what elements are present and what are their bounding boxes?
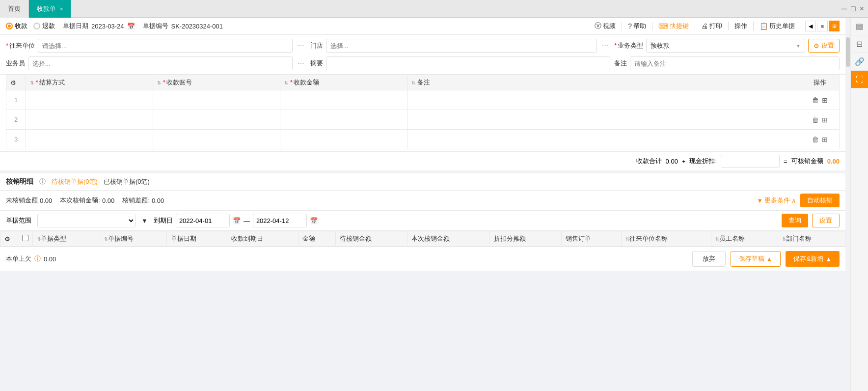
radio-tuikuan[interactable]: 退款 bbox=[33, 22, 55, 30]
btn-print[interactable]: 🖨 打印 bbox=[699, 21, 724, 31]
range-select[interactable] bbox=[37, 214, 136, 227]
scroll-thumb bbox=[846, 37, 850, 67]
biztype-field: 业务类型 预收款 ▼ ⚙ 设置 bbox=[614, 39, 840, 53]
btn-video[interactable]: ⓥ 视频 bbox=[593, 21, 618, 31]
right-panel-icon1[interactable]: ▤ bbox=[851, 18, 868, 35]
bottom-info-icon[interactable]: ⓘ bbox=[34, 254, 41, 263]
hexiao-info-icon[interactable]: ⓘ bbox=[39, 177, 46, 186]
tab-bar: 首页 收款单 × ─ □ × bbox=[0, 0, 868, 18]
staff-input[interactable] bbox=[28, 56, 293, 70]
stat3-label: 核销差额: bbox=[122, 196, 150, 205]
calendar-from-icon[interactable]: 📅 bbox=[233, 217, 241, 224]
sort-icon3: ⇅ bbox=[284, 80, 288, 85]
radio-shoukuan[interactable]: 收款 bbox=[6, 22, 27, 30]
staff-label: 业务员 bbox=[6, 59, 25, 68]
stat-unchecked: 未核销金额 0.00 bbox=[6, 196, 52, 205]
table-section: ⚙ ⇅ 结算方式 ⇅ 收款账号 ⇅ 收款金额 bbox=[0, 75, 845, 151]
settle-cell[interactable] bbox=[26, 90, 153, 110]
sum-value3: 0.00 bbox=[827, 158, 840, 165]
calendar-icon[interactable]: 📅 bbox=[127, 23, 135, 30]
filter-icon: ▼ bbox=[757, 197, 763, 204]
partner-more-btn[interactable]: ··· bbox=[296, 41, 306, 50]
amount-cell[interactable] bbox=[280, 110, 407, 130]
account-cell[interactable] bbox=[153, 90, 280, 110]
copy-icon[interactable]: ⊞ bbox=[822, 96, 828, 104]
layout-icon-grid[interactable]: ⊞ bbox=[829, 21, 840, 31]
save-draft-button[interactable]: 保存草稿 ▲ bbox=[731, 251, 781, 267]
partner-input[interactable] bbox=[38, 39, 293, 53]
col-discount-header: 折扣分摊额 bbox=[490, 231, 561, 247]
select-all-checkbox[interactable] bbox=[22, 235, 28, 241]
window-max-icon[interactable]: □ bbox=[851, 4, 856, 13]
more-conditions-btn[interactable]: ▼ 更多条件 ∧ bbox=[757, 196, 796, 205]
summary-input[interactable] bbox=[326, 56, 611, 70]
remark-cell[interactable] bbox=[407, 110, 800, 130]
remark-cell[interactable] bbox=[407, 90, 800, 110]
tab-done[interactable]: 已核销单据(0笔) bbox=[104, 177, 150, 186]
partner-label: 往来单位 bbox=[6, 41, 35, 50]
copy-icon[interactable]: ⊞ bbox=[822, 136, 828, 143]
calendar-to-icon[interactable]: 📅 bbox=[310, 217, 318, 224]
auto-hexiao-button[interactable]: 自动核销 bbox=[800, 194, 840, 207]
right-panel: ▤ ⊟ 🔗 ⛶ bbox=[850, 18, 868, 391]
save-new-dropdown-icon[interactable]: ▲ bbox=[825, 255, 832, 263]
col-checkbox-header[interactable] bbox=[18, 231, 33, 247]
stat3-value: 0.00 bbox=[152, 197, 164, 204]
amount-cell[interactable] bbox=[280, 90, 407, 110]
right-panel-icon2[interactable]: ⊟ bbox=[851, 35, 868, 53]
hexiao-title: 核销明细 bbox=[6, 177, 33, 186]
settings-button[interactable]: ⚙ 设置 bbox=[808, 39, 840, 53]
query-button[interactable]: 查询 bbox=[782, 214, 808, 227]
btn-history[interactable]: 📋 历史单据 bbox=[758, 21, 797, 31]
delete-icon[interactable]: 🗑 bbox=[812, 116, 819, 124]
bottom-info-value: 0.00 bbox=[44, 255, 56, 263]
btn-help[interactable]: ? 帮助 bbox=[626, 21, 648, 31]
col-this-hexiao-header: 本次核销金额 bbox=[407, 231, 490, 247]
summary-label: 摘要 bbox=[310, 59, 323, 68]
layout-icon-list[interactable]: ≡ bbox=[817, 21, 828, 31]
save-draft-dropdown-icon[interactable]: ▲ bbox=[766, 255, 773, 263]
note-input[interactable] bbox=[630, 56, 840, 70]
abandon-button[interactable]: 放弃 bbox=[692, 251, 726, 267]
biztype-label: 业务类型 bbox=[614, 41, 643, 50]
tab-close-icon[interactable]: × bbox=[60, 6, 63, 12]
biztype-select[interactable]: 预收款 ▼ bbox=[646, 39, 805, 53]
col-gear-header[interactable]: ⚙ bbox=[0, 231, 18, 247]
btn-shortcut[interactable]: ⌨ 快捷键 bbox=[656, 21, 691, 31]
account-cell[interactable] bbox=[153, 130, 280, 149]
staff-more-btn[interactable]: ··· bbox=[296, 59, 306, 68]
settle-cell[interactable] bbox=[26, 110, 153, 130]
amount-cell[interactable] bbox=[280, 130, 407, 149]
delete-icon[interactable]: 🗑 bbox=[812, 96, 819, 104]
store-more-btn[interactable]: ··· bbox=[600, 41, 610, 50]
hexiao-settings-button[interactable]: 设置 bbox=[812, 214, 840, 227]
right-panel-icon4[interactable]: ⛶ bbox=[851, 71, 868, 88]
tab-shoukuan[interactable]: 收款单 × bbox=[29, 0, 71, 18]
settings-icon: ⚙ bbox=[10, 79, 16, 86]
table-row: 1 🗑 ⊞ bbox=[6, 90, 840, 110]
store-input[interactable] bbox=[326, 39, 597, 53]
date-to-input[interactable] bbox=[253, 214, 307, 227]
stat-diff: 核销差额: 0.00 bbox=[122, 196, 164, 205]
save-new-button[interactable]: 保存&新增 ▲ bbox=[786, 251, 840, 267]
settle-cell[interactable] bbox=[26, 130, 153, 149]
sum-discount-input[interactable] bbox=[721, 155, 780, 168]
date-from-input[interactable] bbox=[176, 214, 230, 227]
btn-operation[interactable]: 操作 bbox=[732, 21, 749, 31]
scroll-bar-area[interactable] bbox=[845, 18, 850, 391]
action-cell: 🗑 ⊞ bbox=[800, 110, 840, 130]
delete-icon[interactable]: 🗑 bbox=[812, 136, 819, 143]
tab-pending[interactable]: 待核销单据(0笔) bbox=[52, 177, 98, 186]
layout-icon-prev[interactable]: ◀ bbox=[805, 21, 816, 31]
window-close-icon[interactable]: × bbox=[860, 4, 864, 13]
divider4 bbox=[728, 22, 729, 30]
copy-icon[interactable]: ⊞ bbox=[822, 116, 828, 124]
account-cell[interactable] bbox=[153, 110, 280, 130]
col-staff-header: ⇅员工名称 bbox=[711, 231, 778, 247]
col-partner-header: ⇅往来单位名称 bbox=[622, 231, 711, 247]
tab-home[interactable]: 首页 bbox=[0, 0, 29, 18]
right-panel-icon3[interactable]: 🔗 bbox=[851, 53, 868, 71]
remark-cell[interactable] bbox=[407, 130, 800, 149]
window-min-icon[interactable]: ─ bbox=[841, 4, 847, 13]
col-settings-header[interactable]: ⚙ bbox=[6, 75, 26, 90]
